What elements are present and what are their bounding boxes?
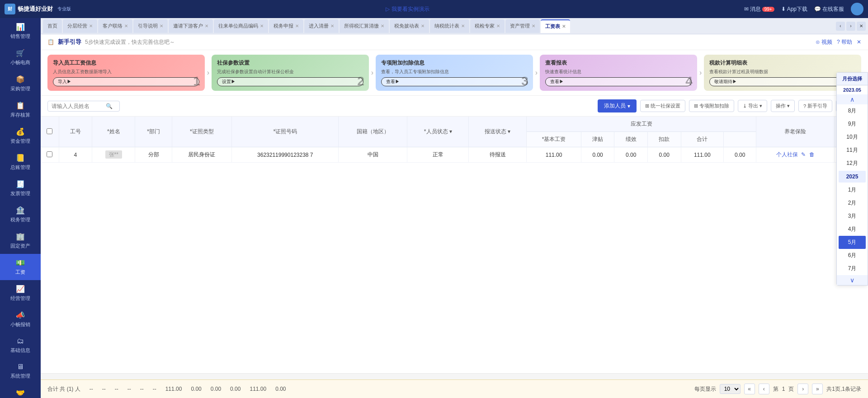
step-5-btn[interactable]: 敬请期待▶ — [709, 77, 856, 86]
tab-guide-close[interactable]: ✕ — [160, 23, 163, 28]
sidebar-item-enterprise[interactable]: 🤝 企业协同 — [0, 384, 41, 398]
tab-goods-code-close[interactable]: ✕ — [260, 23, 264, 28]
step-3-btn[interactable]: 查看▶ — [381, 77, 528, 86]
tab-salary-close[interactable]: ✕ — [562, 24, 566, 29]
user-avatar[interactable] — [851, 3, 863, 15]
step-2-btn[interactable]: 设置▶ — [217, 77, 363, 86]
tab-tax-calc[interactable]: 所得税汇算清缴 ✕ — [340, 19, 389, 33]
step-card-1: 导入员工工资信息 人员信息及工资数据新增导入 导入▶ 1 — [47, 55, 205, 91]
tab-clearance[interactable]: 进入清册 ✕ — [304, 19, 339, 33]
month-8[interactable]: 8月 — [837, 104, 868, 117]
guide-video-btn[interactable]: ⊙ 视频 — [816, 38, 832, 46]
tab-division[interactable]: 分层经营 ✕ — [63, 19, 97, 33]
tab-goods-code[interactable]: 往来单位商品编码 ✕ — [214, 19, 268, 33]
tab-tax-expert[interactable]: 税检专家 ✕ — [470, 19, 505, 33]
invoice-icon: 🧾 — [16, 180, 25, 188]
tab-home[interactable]: 首页 — [43, 19, 62, 33]
sidebar-item-capital[interactable]: 💰 资金管理 — [0, 123, 41, 149]
select-all-checkbox[interactable] — [47, 128, 52, 134]
action-btn[interactable]: 操作 ▾ — [771, 100, 795, 112]
tab-prev-btn[interactable]: ‹ — [836, 22, 845, 31]
page-first-btn[interactable]: « — [744, 384, 755, 394]
month-2[interactable]: 2月 — [837, 197, 868, 210]
sidebar-item-invoice[interactable]: 🧾 发票管理 — [0, 175, 41, 201]
month-panel-up-btn[interactable]: ∧ — [837, 94, 868, 104]
tab-close-all-btn[interactable]: ✕ — [857, 22, 866, 31]
tab-salary[interactable]: 工资表 ✕ — [541, 19, 570, 33]
report-filter-icon[interactable]: ▾ — [508, 128, 510, 135]
tab-next-btn[interactable]: › — [846, 22, 855, 31]
guide-close-btn[interactable]: ✕ — [857, 39, 861, 45]
status-filter-icon[interactable]: ▾ — [449, 128, 452, 135]
social-security-btn[interactable]: ⊞ 统一社保设置 — [640, 100, 685, 112]
th-department: *部门 — [135, 117, 172, 147]
sidebar-item-system[interactable]: 🖥 系统管理 — [0, 358, 41, 384]
logo-icon: 财 — [5, 4, 15, 14]
month-1[interactable]: 1月 — [837, 183, 868, 197]
search-icon[interactable]: 🔍 — [106, 103, 113, 109]
guide-help-btn[interactable]: ? 帮助 — [837, 38, 852, 46]
tab-invite[interactable]: 邀请下游客户 ✕ — [169, 19, 213, 33]
month-9[interactable]: 9月 — [837, 117, 868, 131]
page-last-btn[interactable]: » — [812, 384, 823, 394]
sidebar-item-purchase[interactable]: 📦 采购管理 — [0, 70, 41, 97]
step-4-btn[interactable]: 查看▶ — [545, 77, 692, 86]
action-edit[interactable]: ✎ — [801, 151, 806, 158]
tab-clearance-close[interactable]: ✕ — [330, 23, 334, 28]
tab-guide[interactable]: 引导说明 ✕ — [133, 19, 168, 33]
tab-customers[interactable]: 客户联络 ✕ — [98, 19, 132, 33]
sidebar-item-operation[interactable]: 📈 经营管理 — [0, 280, 41, 306]
demo-link[interactable]: ▷ 我要看实例演示 — [386, 5, 429, 13]
month-10[interactable]: 10月 — [837, 131, 868, 144]
online-service-btn[interactable]: 💬 在线客服 — [814, 5, 844, 13]
month-3[interactable]: 3月 — [837, 210, 868, 223]
sidebar-item-ledger[interactable]: 📒 总账管理 — [0, 149, 41, 175]
add-employee-btn[interactable]: 添加人员 ▾ — [598, 99, 637, 112]
sidebar-item-fixed[interactable]: 🏢 固定资产 — [0, 228, 41, 254]
tab-customers-close[interactable]: ✕ — [124, 23, 128, 28]
sidebar-item-marketing[interactable]: 📣 小畅报销 — [0, 306, 41, 332]
tab-invite-close[interactable]: ✕ — [205, 23, 208, 28]
tab-tax-expert-close[interactable]: ✕ — [496, 23, 500, 28]
tab-assets-close[interactable]: ✕ — [532, 23, 535, 28]
month-7[interactable]: 7月 — [837, 262, 868, 275]
export-btn[interactable]: ⤓ 导出 ▾ — [738, 100, 767, 112]
special-deduction-btn[interactable]: ⊞ 专项附加扣除 — [689, 100, 734, 112]
tab-tax-exempt-close[interactable]: ✕ — [421, 23, 425, 28]
action-delete[interactable]: 🗑 — [809, 151, 815, 158]
page-next-btn[interactable]: › — [797, 384, 808, 394]
month-11[interactable]: 11月 — [837, 144, 868, 157]
search-input[interactable] — [52, 103, 106, 109]
month-6[interactable]: 6月 — [837, 249, 868, 262]
message-btn[interactable]: ✉ 消息 99+ — [744, 5, 774, 13]
sidebar-item-sales[interactable]: 📊 销售管理 — [0, 18, 41, 44]
sidebar-item-basic[interactable]: 🗂 基础信息 — [0, 332, 41, 358]
new-guide-btn[interactable]: ? 新手引导 — [798, 100, 832, 112]
tab-tax-report-close[interactable]: ✕ — [295, 23, 299, 28]
step-3-num: 3 — [521, 74, 528, 89]
tab-division-close[interactable]: ✕ — [89, 23, 93, 28]
horizontal-scrollbar[interactable] — [41, 373, 868, 379]
per-page-select[interactable]: 10 — [720, 384, 741, 394]
tab-tax-stats[interactable]: 纳税统计表 ✕ — [430, 19, 469, 33]
sidebar-item-tax[interactable]: 🏦 税务管理 — [0, 201, 41, 228]
action-personal-insurance[interactable]: 个人社保 — [776, 151, 798, 158]
month-5[interactable]: 5月 — [839, 236, 866, 249]
tab-assets[interactable]: 资产管理 ✕ — [505, 19, 540, 33]
tab-tax-calc-close[interactable]: ✕ — [381, 23, 384, 28]
step-1-btn[interactable]: 导入▶ — [53, 77, 199, 86]
row-checkbox[interactable] — [47, 151, 52, 157]
month-12[interactable]: 12月 — [837, 157, 868, 170]
sidebar-item-ecommerce[interactable]: 🛒 小畅电商 — [0, 44, 41, 70]
page-prev-btn[interactable]: ‹ — [759, 384, 769, 394]
sidebar-label-purchase: 采购管理 — [10, 85, 30, 92]
tab-tax-exempt[interactable]: 税免披动表 ✕ — [390, 19, 429, 33]
month-panel-down-btn[interactable]: ∨ — [837, 275, 868, 285]
month-4[interactable]: 4月 — [837, 223, 868, 236]
app-download-btn[interactable]: ⬇ App下载 — [781, 5, 807, 13]
guide-bar-right: ⊙ 视频 ? 帮助 ✕ — [816, 38, 861, 46]
sidebar-item-inventory[interactable]: 📋 库存核算 — [0, 97, 41, 123]
sidebar-item-salary[interactable]: 💵 工资 — [0, 254, 41, 280]
tab-tax-stats-close[interactable]: ✕ — [461, 23, 465, 28]
tab-tax-report[interactable]: 税务申报 ✕ — [269, 19, 303, 33]
